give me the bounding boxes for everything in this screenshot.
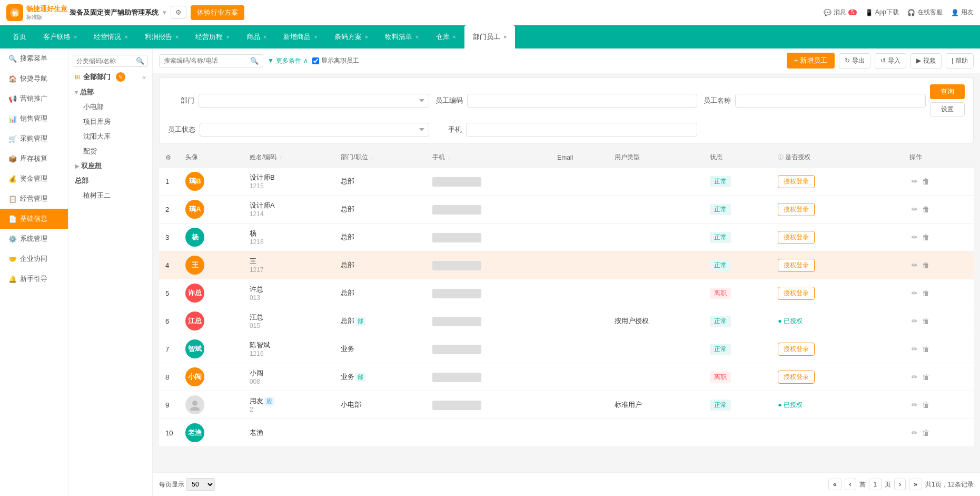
sidebar-item-marketing[interactable]: 📢 营销推广 xyxy=(0,89,68,109)
tab-home[interactable]: 首页 xyxy=(4,25,35,48)
edit-btn[interactable]: ✏ xyxy=(909,204,920,215)
trial-button[interactable]: 体验行业方案 xyxy=(191,5,244,20)
delete-btn[interactable]: 🗑 xyxy=(920,204,932,215)
per-page-select[interactable]: 50 20 100 xyxy=(186,478,215,491)
user-menu[interactable]: 👤 用友 xyxy=(951,8,974,17)
close-icon[interactable]: × xyxy=(503,34,507,40)
more-filter-btn[interactable]: ▼ 更多条件 ∧ xyxy=(268,56,308,65)
sidebar-item-collab[interactable]: 🤝 企业协同 xyxy=(0,249,68,269)
edit-btn[interactable]: ✏ xyxy=(909,176,920,187)
first-page-btn[interactable]: « xyxy=(828,479,842,490)
auth-login-btn[interactable]: 授权登录 xyxy=(778,203,815,216)
current-page[interactable]: 1 xyxy=(869,479,882,490)
row-auth[interactable]: 授权登录 xyxy=(771,168,872,196)
dept-node-xiangmu[interactable]: 项目库房 xyxy=(68,114,152,129)
emp-code-input[interactable] xyxy=(467,94,697,108)
row-auth[interactable] xyxy=(771,419,872,447)
row-auth[interactable]: 授权登录 xyxy=(771,363,872,391)
import-button[interactable]: ↺ 导入 xyxy=(875,53,906,69)
col-name[interactable]: 姓名/编码 ↕ xyxy=(243,148,334,168)
col-phone[interactable]: 手机 ↕ xyxy=(426,148,551,168)
edit-btn[interactable]: ✏ xyxy=(909,316,920,326)
tab-bom[interactable]: 物料清单× xyxy=(377,25,427,48)
sidebar-item-guide[interactable]: 🔔 新手引导 xyxy=(0,269,68,289)
delete-btn[interactable]: 🗑 xyxy=(920,427,932,438)
dept-edit-icon[interactable]: ✎ xyxy=(116,72,125,82)
delete-btn[interactable]: 🗑 xyxy=(920,316,932,326)
sidebar-item-search[interactable]: 🔍 搜索菜单 xyxy=(0,48,68,69)
dept-filter-select[interactable] xyxy=(199,94,429,108)
delete-btn[interactable]: 🗑 xyxy=(920,260,932,270)
row-auth[interactable]: 授权登录 xyxy=(771,196,872,223)
close-icon[interactable]: × xyxy=(263,34,266,40)
auth-login-btn[interactable]: 授权登录 xyxy=(778,175,815,188)
sidebar-item-sales[interactable]: 📊 销售管理 xyxy=(0,109,68,129)
col-auth[interactable]: ⓘ 是否授权 xyxy=(771,148,872,168)
online-service-btn[interactable]: 🎧 在线客服 xyxy=(907,8,943,17)
delete-btn[interactable]: 🗑 xyxy=(920,344,932,354)
chevron-down-icon[interactable]: ▾ xyxy=(163,8,166,16)
next-page-btn[interactable]: › xyxy=(894,479,906,490)
search-box[interactable]: 🔍 xyxy=(159,54,263,67)
dept-search-input[interactable] xyxy=(76,57,136,65)
add-employee-button[interactable]: + 新增员工 xyxy=(787,53,835,69)
tab-warehouse[interactable]: 仓库× xyxy=(428,25,464,48)
delete-btn[interactable]: 🗑 xyxy=(920,288,932,298)
dept-node-shenyang[interactable]: 沈阳大库 xyxy=(68,129,152,144)
dept-node-xiaodibu[interactable]: 小电部 xyxy=(68,100,152,114)
dept-node-zongbu2[interactable]: 总部 xyxy=(68,173,152,188)
tab-profit[interactable]: 利润报告× xyxy=(136,25,187,48)
sidebar-item-nav[interactable]: 🏠 快捷导航 xyxy=(0,69,68,89)
tab-add-goods[interactable]: 新增商品× xyxy=(275,25,325,48)
auth-login-btn[interactable]: 授权登录 xyxy=(778,231,815,244)
edit-btn[interactable]: ✏ xyxy=(909,260,920,270)
show-inactive-checkbox[interactable] xyxy=(312,57,319,64)
app-download-btn[interactable]: 📱 App下载 xyxy=(865,8,899,17)
dept-search-box[interactable]: 🔍 xyxy=(73,55,148,67)
close-icon[interactable]: × xyxy=(226,34,229,40)
sidebar-item-inventory[interactable]: 📦 库存核算 xyxy=(0,149,68,169)
sidebar-item-management[interactable]: 📋 经营管理 xyxy=(0,189,68,209)
tab-employees[interactable]: 部门员工× xyxy=(464,25,515,48)
emp-name-input[interactable] xyxy=(735,94,926,108)
edit-btn[interactable]: ✏ xyxy=(909,427,920,438)
dept-node-shuangzuo[interactable]: ▶ 双座想 xyxy=(68,159,152,173)
row-auth[interactable]: 授权登录 xyxy=(771,223,872,251)
tab-operation[interactable]: 经营情况× xyxy=(85,25,136,48)
tab-barcode[interactable]: 条码方案× xyxy=(326,25,377,48)
sidebar-item-finance[interactable]: 💰 资金管理 xyxy=(0,169,68,189)
auth-login-btn[interactable]: 授权登录 xyxy=(778,287,815,300)
show-inactive-toggle[interactable]: 显示离职员工 xyxy=(312,56,359,65)
close-icon[interactable]: × xyxy=(453,34,456,40)
close-icon[interactable]: × xyxy=(74,34,77,40)
sidebar-item-basic[interactable]: 📄 基础信息 xyxy=(0,209,68,229)
search-button[interactable]: 查询 xyxy=(930,84,965,99)
gear-button[interactable]: ⚙ xyxy=(171,6,186,19)
col-dept[interactable]: 部门/职位 ↕ xyxy=(334,148,425,168)
auth-login-btn[interactable]: 授权登录 xyxy=(778,371,815,384)
sidebar-item-system[interactable]: ⚙️ 系统管理 xyxy=(0,229,68,249)
edit-btn[interactable]: ✏ xyxy=(909,344,920,354)
row-auth[interactable]: 授权登录 xyxy=(771,279,872,307)
view-button[interactable]: ▶ 视频 xyxy=(910,53,942,69)
prev-page-btn[interactable]: ‹ xyxy=(845,479,856,490)
dept-node-zongbu[interactable]: ▾ 总部 xyxy=(68,85,152,100)
sidebar-item-purchase[interactable]: 🛒 采购管理 xyxy=(0,129,68,149)
export-button[interactable]: ↻ 导出 xyxy=(839,53,870,69)
dept-node-zhishu[interactable]: 植树王二 xyxy=(68,188,152,203)
phone-input[interactable] xyxy=(466,123,697,137)
close-icon[interactable]: × xyxy=(365,34,368,40)
row-auth[interactable]: 授权登录 xyxy=(771,335,872,363)
all-dept-header[interactable]: ⊞ 全部部门 ✎ « xyxy=(68,69,152,85)
help-button[interactable]: | 帮助 xyxy=(946,53,974,69)
close-icon[interactable]: × xyxy=(415,34,419,40)
tab-history[interactable]: 经营历程× xyxy=(187,25,237,48)
edit-btn[interactable]: ✏ xyxy=(909,232,920,242)
search-input[interactable] xyxy=(164,57,248,64)
collapse-icon[interactable]: « xyxy=(142,73,146,81)
close-icon[interactable]: × xyxy=(124,34,127,40)
row-auth[interactable]: 授权登录 xyxy=(771,251,872,279)
last-page-btn[interactable]: » xyxy=(909,479,922,490)
auth-login-btn[interactable]: 授权登录 xyxy=(778,259,815,272)
auth-login-btn[interactable]: 授权登录 xyxy=(778,343,815,356)
